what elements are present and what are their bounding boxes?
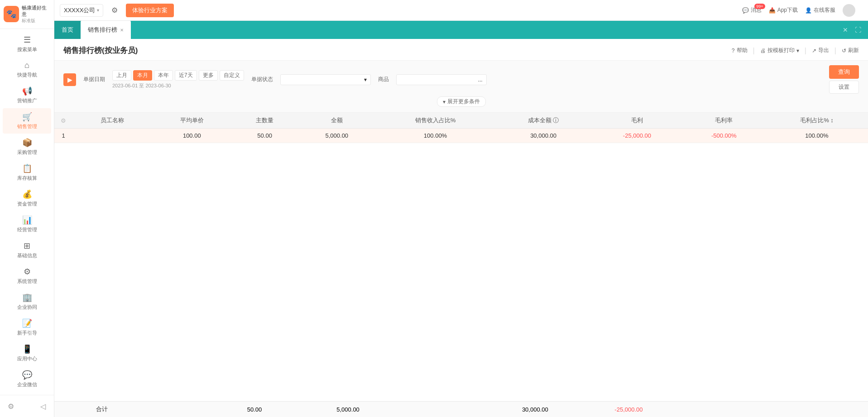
sidebar-item-purchase[interactable]: 📦 采购管理 (3, 134, 51, 159)
table-area: ⚙ 员工名称 平均单价 主数量 全额 销售收入占比% 成本全额 ⓘ 毛利 毛利率… (54, 113, 868, 401)
export-button[interactable]: ↗ 导出 (812, 47, 829, 54)
message-button[interactable]: 💬 消息 99+ (742, 6, 762, 14)
settings-button[interactable]: ⚙ (108, 4, 121, 17)
cell-cost: 30,000.00 (495, 129, 592, 143)
sidebar-item-search[interactable]: ☰ 搜索菜单 (3, 31, 51, 57)
sidebar-item-finance[interactable]: 💰 资金管理 (3, 186, 51, 211)
goods-input[interactable]: ... (396, 74, 487, 85)
cell-name (72, 129, 152, 143)
enterprise-icon: 🏢 (22, 292, 32, 302)
sidebar-item-operations[interactable]: 📊 经营管理 (3, 211, 51, 237)
date-filter-group: 上月 本月 本年 近7天 更多 自定义 2023-06-01 至 2023-06… (112, 70, 244, 89)
th-amount: 全额 (297, 113, 376, 129)
settings-column-icon[interactable]: ⚙ (61, 117, 66, 124)
tab-sales-ranking[interactable]: 销售排行榜 ✕ (81, 21, 131, 39)
inner-page: 销售排行榜(按业务员) ? 帮助 | 🖨 按模板打印 ▾ | ↗ (54, 39, 868, 417)
app-download-label: App下载 (777, 6, 798, 14)
search-menu-icon: ☰ (24, 35, 31, 45)
download-icon: 📥 (769, 7, 776, 14)
company-selector[interactable]: XXXXX公司 ▾ (60, 4, 103, 17)
status-filter-label: 单据状态 (251, 76, 273, 83)
prev-month-button[interactable]: 上月 (112, 70, 131, 81)
refresh-button[interactable]: ↺ 刷新 (842, 47, 859, 54)
finance-icon: 💰 (22, 189, 32, 199)
th-sales-pct: 销售收入占比% (376, 113, 495, 129)
th-cost-label: 成本全额 ⓘ (528, 117, 559, 124)
sidebar-item-label: 营销推广 (17, 97, 37, 104)
sidebar-item-system[interactable]: ⚙ 系统管理 (3, 263, 51, 288)
sidebar-item-label: 企业微信 (17, 381, 37, 388)
cell-rank: 1 (54, 129, 72, 143)
cell-profit: -25,000.00 (592, 129, 682, 143)
sidebar-item-label: 新手引导 (17, 330, 37, 336)
footer-cost: 30,000.00 (489, 406, 582, 413)
divider3: | (834, 47, 836, 55)
expand-button[interactable]: ▾ 展开更多条件 (437, 96, 486, 107)
page-title: 销售排行榜(按业务员) (63, 45, 138, 56)
sidebar-item-label: 资金管理 (17, 201, 37, 207)
table-settings-button[interactable]: 设置 (829, 81, 859, 94)
sidebar-item-basic[interactable]: ⊞ 基础信息 (3, 237, 51, 263)
online-service-button[interactable]: 👤 在线客服 (805, 6, 835, 14)
sidebar-collapse-button[interactable]: ◁ (36, 399, 50, 413)
topbar: XXXXX公司 ▾ ⚙ 体验行业方案 💬 消息 99+ 📥 App下载 👤 在线… (54, 0, 868, 21)
query-button[interactable]: 查询 (829, 65, 859, 79)
custom-button[interactable]: 自定义 (220, 70, 244, 81)
page-header: 销售排行榜(按业务员) ? 帮助 | 🖨 按模板打印 ▾ | ↗ (54, 39, 868, 61)
app-download-button[interactable]: 📥 App下载 (769, 6, 798, 14)
print-chevron-icon: ▾ (796, 48, 799, 54)
help-button[interactable]: ? 帮助 (732, 47, 748, 54)
sidebar-settings-button[interactable]: ⚙ (4, 399, 18, 413)
last7-button[interactable]: 近7天 (175, 70, 197, 81)
sidebar-item-label: 库存核算 (17, 175, 37, 182)
wechat-icon: 💬 (22, 370, 32, 380)
th-profit-rate-label: 毛利率 (715, 117, 733, 124)
footer-profit: -25,000.00 (582, 406, 676, 413)
sidebar-item-shortcut[interactable]: ⌂ 快捷导航 (3, 57, 51, 82)
export-label: 导出 (818, 47, 829, 54)
th-profit-pct: 毛利占比% ↕ (766, 113, 868, 129)
tab-home[interactable]: 首页 (54, 21, 81, 39)
window-buttons: ✕ ⛶ (841, 25, 868, 34)
footer-quantity: 50.00 (208, 406, 302, 413)
close-icon[interactable]: ✕ (120, 28, 124, 33)
this-month-button[interactable]: 本月 (133, 70, 152, 81)
avatar[interactable] (843, 4, 855, 17)
window-close-button[interactable]: ✕ (841, 25, 850, 34)
expand-chevron-icon: ▾ (443, 99, 446, 105)
table-header-row: ⚙ 员工名称 平均单价 主数量 全额 销售收入占比% 成本全额 ⓘ 毛利 毛利率… (54, 113, 868, 129)
sidebar-item-inventory[interactable]: 📋 库存核算 (3, 160, 51, 185)
th-profit-pct-label: 毛利占比% ↕ (800, 117, 834, 124)
sales-ranking-tab-label: 销售排行榜 (88, 26, 117, 34)
sidebar-item-enterprise[interactable]: 🏢 企业协同 (3, 289, 51, 314)
sidebar-item-label: 采购管理 (17, 149, 37, 156)
status-select[interactable]: ▾ (280, 74, 371, 85)
sidebar-item-marketing[interactable]: 📢 营销推广 (3, 82, 51, 108)
sidebar-item-label: 经营管理 (17, 226, 37, 233)
filter-toggle-button[interactable]: ▶ (63, 73, 76, 86)
table-row[interactable]: 1 100.00 50.00 5,000.00 100.00% 30,000.0… (54, 129, 868, 143)
help-icon: ? (732, 48, 735, 54)
date-filter-label: 单据日期 (83, 76, 105, 83)
window-maximize-button[interactable]: ⛶ (854, 25, 863, 34)
goods-more-icon: ... (478, 77, 483, 83)
service-icon: 👤 (805, 7, 812, 14)
sidebar-item-guide[interactable]: 📝 新手引导 (3, 315, 51, 340)
this-year-button[interactable]: 本年 (154, 70, 173, 81)
sidebar-item-sales[interactable]: 🛒 销售管理 (3, 108, 51, 134)
th-profit-rate: 毛利率 (682, 113, 766, 129)
th-quantity-label: 主数量 (256, 117, 273, 124)
home-icon: ⌂ (24, 61, 29, 70)
expand-label: 展开更多条件 (447, 98, 480, 105)
sidebar-item-wechat[interactable]: 💬 企业微信 (3, 366, 51, 392)
action-buttons: 查询 设置 (829, 65, 859, 94)
main-content: XXXXX公司 ▾ ⚙ 体验行业方案 💬 消息 99+ 📥 App下载 👤 在线… (54, 0, 868, 417)
sidebar-item-apps[interactable]: 📱 应用中心 (3, 340, 51, 366)
print-label: 按模板打印 (767, 47, 795, 54)
logo-sub: 标准版 (22, 18, 50, 24)
print-button[interactable]: 🖨 按模板打印 ▾ (760, 47, 799, 54)
more-button[interactable]: 更多 (199, 70, 218, 81)
industry-button[interactable]: 体验行业方案 (126, 4, 174, 17)
th-settings[interactable]: ⚙ (54, 113, 72, 129)
sidebar-item-label: 系统管理 (17, 278, 37, 285)
